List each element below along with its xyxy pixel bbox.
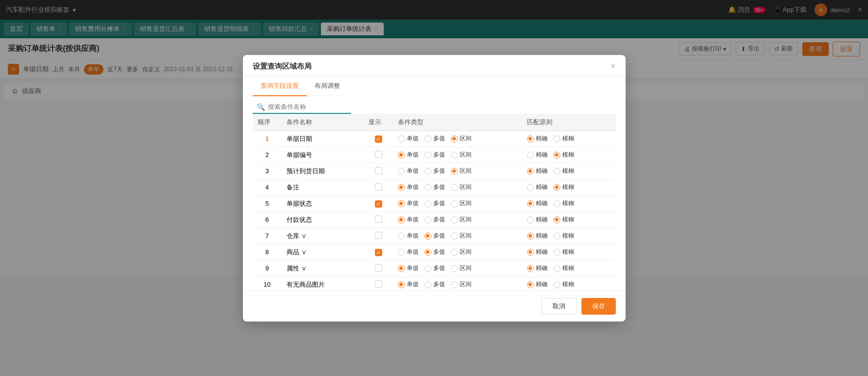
radio-label: 区间 xyxy=(460,151,472,159)
type-radio-区间[interactable]: 区间 xyxy=(451,183,472,191)
col-type: 条件类型 xyxy=(393,114,522,131)
match-radio-模糊[interactable]: 模糊 xyxy=(553,167,574,175)
match-radio-模糊[interactable]: 模糊 xyxy=(553,264,574,272)
type-radio-多值[interactable]: 多值 xyxy=(424,232,445,240)
dialog-tabs: 查询字段设置 布局调整 xyxy=(243,77,626,96)
row-order: 7 xyxy=(253,228,282,244)
radio-circle xyxy=(553,249,560,256)
display-checkbox[interactable] xyxy=(375,183,382,190)
row-display[interactable] xyxy=(364,228,393,244)
type-radio-多值[interactable]: 多值 xyxy=(424,264,445,272)
display-checkbox[interactable] xyxy=(375,232,382,239)
display-checkbox[interactable] xyxy=(375,200,382,208)
display-checkbox[interactable] xyxy=(375,249,382,256)
display-checkbox[interactable] xyxy=(375,167,382,174)
radio-label: 精确 xyxy=(536,248,548,256)
type-radio-区间[interactable]: 区间 xyxy=(451,151,472,159)
match-radio-精确[interactable]: 精确 xyxy=(527,248,548,256)
match-radio-模糊[interactable]: 模糊 xyxy=(553,248,574,256)
match-radio-精确[interactable]: 精确 xyxy=(527,167,548,175)
row-type: 单值多值区间 xyxy=(393,195,522,212)
row-display[interactable] xyxy=(364,131,393,147)
radio-label: 模糊 xyxy=(562,199,574,208)
row-order: 4 xyxy=(253,179,282,195)
radio-circle xyxy=(527,233,534,240)
row-display[interactable] xyxy=(364,179,393,195)
type-radio-区间[interactable]: 区间 xyxy=(451,248,472,256)
type-radio-单值[interactable]: 单值 xyxy=(398,183,419,191)
radio-label: 单值 xyxy=(407,167,419,175)
type-radio-区间[interactable]: 区间 xyxy=(451,199,472,208)
match-radio-模糊[interactable]: 模糊 xyxy=(553,199,574,208)
row-name: 仓库 ∨ xyxy=(282,228,364,244)
type-radio-多值[interactable]: 多值 xyxy=(424,199,445,208)
type-radio-单值[interactable]: 单值 xyxy=(398,232,419,240)
tab-query-fields[interactable]: 查询字段设置 xyxy=(253,77,307,96)
tab-layout[interactable]: 布局调整 xyxy=(307,77,348,96)
radio-label: 多值 xyxy=(433,264,445,272)
display-checkbox[interactable] xyxy=(375,264,382,271)
row-order: 9 xyxy=(253,260,282,275)
radio-label: 精确 xyxy=(536,199,548,208)
row-name: 单据状态 xyxy=(282,195,364,212)
match-radio-精确[interactable]: 精确 xyxy=(527,134,548,143)
type-radio-单值[interactable]: 单值 xyxy=(398,248,419,256)
table-row: 7仓库 ∨单值多值区间精确模糊 xyxy=(253,228,616,244)
type-radio-单值[interactable]: 单值 xyxy=(398,264,419,272)
type-radio-多值[interactable]: 多值 xyxy=(424,215,445,224)
radio-label: 区间 xyxy=(460,215,472,224)
row-name: 属性 ∨ xyxy=(282,260,364,275)
match-radio-精确[interactable]: 精确 xyxy=(527,215,548,224)
type-radio-区间[interactable]: 区间 xyxy=(451,215,472,224)
type-radio-单值[interactable]: 单值 xyxy=(398,215,419,224)
row-display[interactable] xyxy=(364,163,393,179)
type-radio-多值[interactable]: 多值 xyxy=(424,151,445,159)
radio-label: 多值 xyxy=(433,167,445,175)
match-radio-模糊[interactable]: 模糊 xyxy=(553,134,574,143)
row-display[interactable] xyxy=(364,260,393,275)
row-display[interactable] xyxy=(364,212,393,228)
type-radio-单值[interactable]: 单值 xyxy=(398,134,419,143)
type-radio-区间[interactable]: 区间 xyxy=(451,264,472,272)
match-radio-精确[interactable]: 精确 xyxy=(527,183,548,191)
match-radio-模糊[interactable]: 模糊 xyxy=(553,215,574,224)
row-match: 精确模糊 xyxy=(522,195,616,212)
radio-circle xyxy=(398,184,405,191)
display-checkbox[interactable] xyxy=(375,151,382,158)
match-radio-模糊[interactable]: 模糊 xyxy=(553,183,574,191)
type-radio-单值[interactable]: 单值 xyxy=(398,151,419,159)
row-match: 精确模糊 xyxy=(522,260,616,275)
match-radio-精确[interactable]: 精确 xyxy=(527,199,548,208)
match-radio-模糊[interactable]: 模糊 xyxy=(553,232,574,240)
type-radio-多值[interactable]: 多值 xyxy=(424,167,445,175)
radio-label: 模糊 xyxy=(562,151,574,159)
row-display[interactable] xyxy=(364,244,393,260)
type-radio-单值[interactable]: 单值 xyxy=(398,167,419,175)
type-radio-多值[interactable]: 多值 xyxy=(424,183,445,191)
radio-circle xyxy=(451,265,458,272)
match-radio-精确[interactable]: 精确 xyxy=(527,151,548,159)
radio-label: 多值 xyxy=(433,248,445,256)
type-radio-多值[interactable]: 多值 xyxy=(424,134,445,143)
table-row: 8商品 ∨单值多值区间精确模糊 xyxy=(253,244,616,260)
display-checkbox[interactable] xyxy=(375,135,382,143)
row-display[interactable] xyxy=(364,195,393,212)
type-radio-单值[interactable]: 单值 xyxy=(398,199,419,208)
radio-circle xyxy=(398,249,405,256)
dialog-close-button[interactable]: × xyxy=(610,62,616,71)
radio-circle xyxy=(398,233,405,240)
row-display[interactable] xyxy=(364,147,393,163)
match-radio-精确[interactable]: 精确 xyxy=(527,264,548,272)
type-radio-多值[interactable]: 多值 xyxy=(424,248,445,256)
type-radio-区间[interactable]: 区间 xyxy=(451,167,472,175)
radio-circle xyxy=(451,200,458,207)
type-radio-区间[interactable]: 区间 xyxy=(451,232,472,240)
type-radio-区间[interactable]: 区间 xyxy=(451,134,472,143)
match-radio-模糊[interactable]: 模糊 xyxy=(553,151,574,159)
radio-circle xyxy=(527,152,534,159)
radio-label: 精确 xyxy=(536,215,548,224)
display-checkbox[interactable] xyxy=(375,215,382,223)
match-radio-精确[interactable]: 精确 xyxy=(527,232,548,240)
radio-circle xyxy=(527,168,534,175)
search-input[interactable] xyxy=(268,103,337,110)
